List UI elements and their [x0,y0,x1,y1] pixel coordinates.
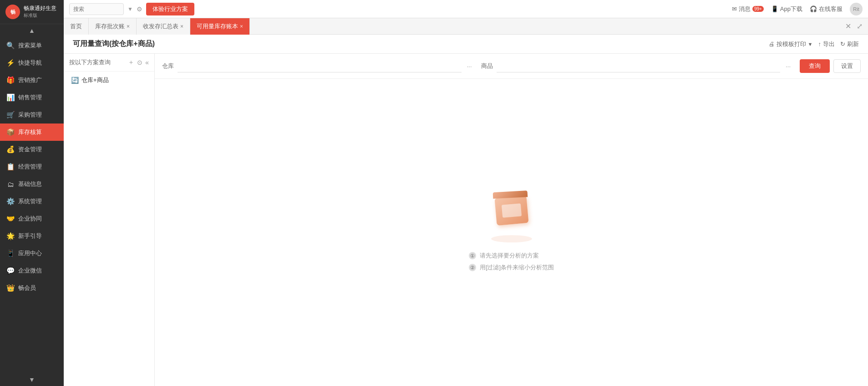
user-name: Rit [853,6,859,12]
sidebar-item-system[interactable]: ⚙️ 系统管理 [0,193,64,210]
enterprise-icon: 🤝 [6,215,15,223]
system-icon: ⚙️ [6,197,15,206]
sales-icon: 📊 [6,93,15,102]
app-icon: 📱 [771,5,778,12]
tab-home[interactable]: 首页 [64,18,89,35]
add-scheme-btn[interactable]: ＋ [128,58,134,67]
sidebar-item-shortcut[interactable]: ⚡ 快捷导航 [0,54,64,72]
tip-num-1: ① [469,252,476,259]
search-nav-icon: 🔍 [6,41,15,50]
print-action[interactable]: 🖨 按模板打印 ▼ [769,40,813,48]
app-download-label: App下载 [780,5,802,13]
refresh-label: 刷新 [847,40,859,48]
user-item[interactable]: Rit [850,3,863,15]
marketing-icon: 🎁 [6,76,15,84]
settings-button[interactable]: 设置 [833,59,861,73]
warehouse-more-btn[interactable]: ··· [465,63,474,70]
sidebar-item-newuser-label: 新手引导 [18,232,42,240]
sidebar-item-search[interactable]: 🔍 搜索菜单 [0,37,64,54]
member-icon: 👑 [6,284,15,292]
avatar: Rit [850,3,863,15]
shortcut-icon: ⚡ [6,59,15,67]
print-icon: 🖨 [769,41,775,47]
close-tab-btn[interactable]: ✕ [843,20,853,32]
filter-row: 仓库 ··· 商品 ··· 查询 设置 [155,54,868,79]
refresh-action[interactable]: ↻ 刷新 [840,40,859,48]
product-filter-input[interactable] [497,60,781,72]
sidebar-item-finance-label: 资金管理 [18,145,42,154]
online-service-item[interactable]: 🎧 在线客服 [810,5,843,13]
sidebar-item-operation[interactable]: 📋 经营管理 [0,158,64,175]
tab-summary[interactable]: 收发存汇总表 × [137,18,190,35]
export-action[interactable]: ↑ 导出 [818,40,835,48]
scroll-up-icon[interactable]: ▲ [0,24,64,37]
empty-tips: ① 请先选择要分析的方案 ② 用[过滤]条件来缩小分析范围 [469,252,554,275]
tab-available[interactable]: 可用量库存账本 × [190,18,250,35]
topbar: ▼ ⚙ 体验行业方案 ✉ 消息 99+ 📱 App下载 🎧 在线客服 Rit [64,0,868,18]
sidebar-item-operation-label: 经营管理 [18,163,42,171]
sidebar-item-enterprise[interactable]: 🤝 企业协同 [0,210,64,227]
content-area: 按以下方案查询 ＋ ⊙ « 🔄 仓库+商品 仓库 ··· [64,54,868,386]
tab-available-label: 可用量库存账本 [197,22,238,31]
sidebar-nav: 🔍 搜索菜单 ⚡ 快捷导航 🎁 营销推广 📊 销售管理 🛒 采购管理 📦 库存核… [0,37,64,373]
gear-icon[interactable]: ⚙ [137,5,142,13]
left-panel: 按以下方案查询 ＋ ⊙ « 🔄 仓库+商品 [64,54,155,386]
empty-tip-2: ② 用[过滤]条件来缩小分析范围 [469,263,554,272]
sidebar-item-wechat-label: 企业微信 [18,267,42,275]
sidebar-item-appcenter[interactable]: 📱 应用中心 [0,245,64,262]
tab-available-close-icon[interactable]: × [240,23,243,30]
message-item[interactable]: ✉ 消息 99+ [732,5,764,13]
tab-summary-close-icon[interactable]: × [180,23,183,30]
print-dropdown-icon[interactable]: ▼ [808,41,813,47]
maximize-tab-btn[interactable]: ⤢ [855,20,864,32]
sidebar-item-finance[interactable]: 💰 资金管理 [0,141,64,158]
sidebar: 畅 畅康通好生意 标准版 ▲ 🔍 搜索菜单 ⚡ 快捷导航 🎁 营销推广 📊 销售… [0,0,64,386]
print-label: 按模板打印 [777,40,806,48]
sidebar-item-newuser[interactable]: 🌟 新手引导 [0,227,64,245]
tab-batch[interactable]: 库存批次账 × [89,18,137,35]
sidebar-item-inventory[interactable]: 📦 库存核算 [0,124,64,141]
tabs-bar: 首页 库存批次账 × 收发存汇总表 × 可用量库存账本 × ✕ ⤢ [64,18,868,35]
page-actions: 🖨 按模板打印 ▼ ↑ 导出 ↻ 刷新 [769,40,859,48]
topbar-search-input[interactable] [69,3,124,15]
tabs-actions: ✕ ⤢ [843,20,868,32]
purchase-icon: 🛒 [6,111,15,119]
export-label: 导出 [823,40,835,48]
refresh-icon: ↻ [840,41,845,47]
message-badge: 99+ [752,6,764,12]
tab-batch-close-icon[interactable]: × [127,23,130,30]
tab-summary-label: 收发存汇总表 [143,22,178,31]
warehouse-filter-label: 仓库 [162,62,174,70]
query-button[interactable]: 查询 [800,59,830,73]
product-more-btn[interactable]: ··· [784,63,792,70]
app-download-item[interactable]: 📱 App下载 [771,5,802,13]
product-filter-group: 商品 ··· [481,60,793,72]
sidebar-item-basic-label: 基础信息 [18,180,42,188]
sidebar-logo: 畅 [5,5,20,19]
sidebar-subtitle: 标准版 [24,12,56,19]
sidebar-item-system-label: 系统管理 [18,197,42,206]
tip-num-2: ② [469,264,476,271]
sidebar-item-purchase[interactable]: 🛒 采购管理 [0,106,64,124]
industry-btn[interactable]: 体验行业方案 [146,3,194,15]
topbar-right: ✉ 消息 99+ 📱 App下载 🎧 在线客服 Rit [732,3,863,15]
sidebar-header: 畅 畅康通好生意 标准版 [0,0,64,24]
service-icon: 🎧 [810,5,817,12]
sidebar-item-appcenter-label: 应用中心 [18,249,42,257]
newuser-icon: 🌟 [6,232,15,240]
settings-scheme-btn[interactable]: ⊙ [137,58,142,67]
sidebar-item-marketing[interactable]: 🎁 营销推广 [0,72,64,89]
warehouse-filter-input[interactable] [178,60,462,72]
dropdown-arrow-icon[interactable]: ▼ [127,6,133,12]
left-panel-actions: ＋ ⊙ « [128,58,149,67]
page-header: 可用量查询(按仓库+商品) 🖨 按模板打印 ▼ ↑ 导出 ↻ 刷新 [64,35,868,54]
sidebar-item-wechat[interactable]: 💬 企业微信 [0,262,64,279]
sidebar-item-sales[interactable]: 📊 销售管理 [0,89,64,106]
scroll-down-icon[interactable]: ▼ [0,373,64,386]
tab-batch-label: 库存批次账 [95,22,125,31]
sidebar-item-member[interactable]: 👑 畅会员 [0,279,64,297]
sidebar-item-basic[interactable]: 🗂 基础信息 [0,175,64,193]
right-panel: 仓库 ··· 商品 ··· 查询 设置 [155,54,868,386]
collapse-panel-btn[interactable]: « [145,58,149,67]
scheme-item[interactable]: 🔄 仓库+商品 [64,72,154,89]
